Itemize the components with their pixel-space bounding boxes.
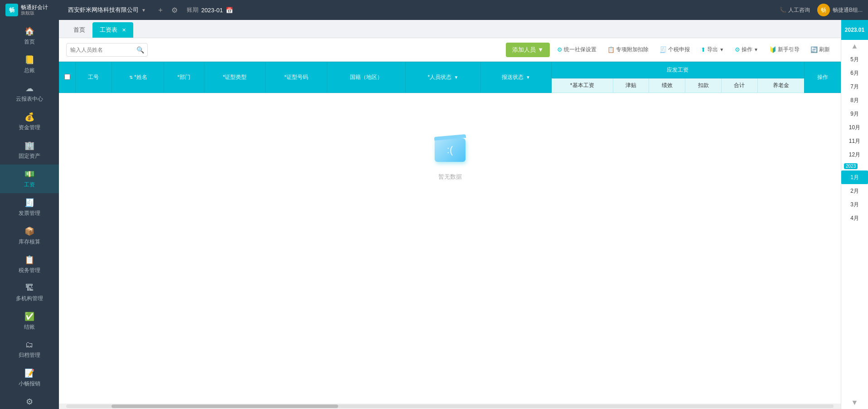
month-item-7[interactable]: 7月	[841, 80, 868, 93]
col-header-name: ⇅ *姓名	[112, 62, 164, 93]
calendar-icon[interactable]: 📅	[226, 7, 233, 14]
special-deduction-btn[interactable]: 📋 专项附加扣除	[604, 44, 652, 55]
sidebar-item-tax[interactable]: 📋 税务管理	[0, 250, 59, 279]
col-header-person-status: *人员状态 ▼	[406, 62, 480, 93]
home-icon: 🏠	[24, 26, 34, 36]
col-header-allowance: 津贴	[613, 78, 649, 93]
salary-icon: 💵	[24, 169, 34, 179]
sidebar-label-salary: 工资	[24, 181, 35, 189]
sidebar-item-home[interactable]: 🏠 首页	[0, 22, 59, 50]
sidebar-label-home: 首页	[24, 38, 35, 46]
scrollbar-thumb[interactable]	[112, 404, 338, 408]
operation-icon: ⚙	[735, 46, 740, 53]
sort-icon: ⇅	[129, 75, 133, 80]
col-header-report-status: 报送状态 ▼	[480, 62, 551, 93]
social-insurance-btn[interactable]: ⚙ 统一社保设置	[553, 44, 600, 55]
inventory-icon: 📦	[24, 226, 34, 236]
guide-toolbar-icon: 🔰	[769, 46, 776, 53]
deduction-icon: 📋	[607, 46, 615, 53]
month-nav-down-btn[interactable]: ▼	[841, 396, 868, 409]
month-item-12[interactable]: 12月	[841, 148, 868, 161]
sidebar-label-inventory: 库存核算	[19, 238, 40, 246]
month-item-1[interactable]: 1月	[841, 170, 868, 184]
sidebar-label-invoice: 发票管理	[19, 209, 40, 217]
sidebar-item-archive[interactable]: 🗂 归档管理	[0, 336, 59, 364]
sidebar-label-funds: 资金管理	[19, 124, 40, 131]
sidebar-item-inventory[interactable]: 📦 库存核算	[0, 222, 59, 250]
tax-icon: 📋	[24, 255, 34, 265]
sidebar-item-funds[interactable]: 💰 资金管理	[0, 107, 59, 136]
month-item-10[interactable]: 10月	[841, 121, 868, 134]
assets-icon: 🏢	[24, 141, 34, 151]
col-header-deduction: 扣款	[685, 78, 722, 93]
guide-btn[interactable]: 🔰 新手引导	[766, 44, 803, 55]
tax-report-btn[interactable]: 🧾 个税申报	[656, 44, 693, 55]
col-header-nationality: 国籍（地区）	[327, 62, 405, 93]
sidebar-label-org: 多机构管理	[16, 295, 43, 302]
person-status-filter-icon[interactable]: ▼	[454, 75, 459, 80]
funds-icon: 💰	[24, 112, 34, 122]
archive-icon: 🗂	[25, 340, 34, 350]
month-item-6[interactable]: 6月	[841, 66, 868, 80]
add-person-button[interactable]: 添加人员 ▼	[506, 43, 550, 57]
sidebar-item-ledger[interactable]: 📒 总账	[0, 50, 59, 79]
month-item-9[interactable]: 9月	[841, 107, 868, 121]
search-input[interactable]	[70, 47, 134, 53]
sidebar-item-closing[interactable]: ✅ 结账	[0, 307, 59, 336]
sidebar-item-fixed-assets[interactable]: 🏢 固定资产	[0, 136, 59, 165]
month-item-5[interactable]: 5月	[841, 53, 868, 66]
month-item-3[interactable]: 3月	[841, 198, 868, 211]
sidebar-item-settings[interactable]: ⚙ 基础设置	[0, 392, 59, 409]
tab-close-salary[interactable]: ✕	[122, 27, 126, 33]
tax-report-icon: 🧾	[659, 46, 667, 53]
month-item-8[interactable]: 8月	[841, 93, 868, 107]
tab-home[interactable]: 首页	[66, 22, 92, 38]
export-icon: ⬆	[701, 46, 706, 53]
month-panel: 2023.01 ▲ 5月 6月 7月 8月 9月 10月 11月	[841, 20, 868, 409]
report-status-filter-icon[interactable]: ▼	[526, 75, 530, 80]
service-icon: 📞	[780, 7, 786, 13]
closing-icon: ✅	[24, 312, 34, 321]
month-nav-up-btn[interactable]: ▲	[841, 40, 868, 53]
month-item-11[interactable]: 11月	[841, 134, 868, 148]
scrollbar-area[interactable]	[59, 404, 841, 409]
col-header-id-type: *证型类型	[204, 62, 266, 93]
sidebar-item-multi-org[interactable]: 🏗 多机构管理	[0, 279, 59, 307]
sidebar-label-assets: 固定资产	[19, 152, 40, 160]
col-header-pay-group: 应发工资	[551, 62, 804, 78]
sidebar-item-cloud-report[interactable]: ☁ 云报表中心	[0, 79, 59, 107]
col-header-number: 工号	[76, 62, 112, 93]
invoice-icon: 🧾	[24, 198, 34, 208]
select-all-checkbox[interactable]	[64, 74, 70, 80]
sidebar-item-salary[interactable]: 💵 工资	[0, 165, 59, 193]
add-dropdown-icon: ▼	[538, 46, 543, 53]
col-header-id-num: *证型号码	[266, 62, 327, 93]
empty-text: 暂无数据	[438, 173, 462, 181]
table-container[interactable]: 工号 ⇅ *姓名 *部门 *证型类型 *证型号码	[59, 62, 841, 404]
month-item-2[interactable]: 2月	[841, 184, 868, 198]
social-icon: ⚙	[557, 46, 563, 53]
user-area[interactable]: 畅 畅捷通B组...	[817, 4, 863, 16]
sidebar-label-tax: 税务管理	[19, 267, 40, 274]
export-btn[interactable]: ⬆ 导出 ▼	[697, 44, 727, 55]
sidebar-item-expense[interactable]: 📝 小畅报销	[0, 364, 59, 392]
toolbar: 🔍 添加人员 ▼ ⚙ 统一社保设置 📋 专项附加扣除 🧾 个税申报 ⬆ 导	[59, 38, 841, 62]
sidebar-item-invoice[interactable]: 🧾 发票管理	[0, 193, 59, 222]
refresh-btn[interactable]: 🔄 刷新	[807, 44, 834, 55]
expense-icon: 📝	[24, 368, 34, 378]
empty-icon: :(	[432, 129, 468, 166]
main-layout: 🏠 首页 📒 总账 ☁ 云报表中心 💰 资金管理 🏢 固定资产 💵 工资 🧾 发…	[0, 20, 868, 409]
user-avatar: 畅	[817, 4, 830, 16]
tab-salary[interactable]: 工资表 ✕	[92, 22, 133, 38]
month-item-4[interactable]: 4月	[841, 211, 868, 225]
content-area: 首页 工资表 ✕ 🔍 添加人员 ▼ ⚙ 统一社保设置 📋	[59, 20, 841, 409]
export-dropdown-icon: ▼	[719, 47, 724, 52]
search-icon: 🔍	[136, 46, 144, 54]
app-logo-icon: 畅	[5, 4, 18, 16]
settings-btn[interactable]: ⚙	[170, 4, 179, 16]
service-btn[interactable]: 📞 人工咨询	[780, 6, 810, 14]
add-company-btn[interactable]: ＋	[155, 4, 166, 17]
operation-btn[interactable]: ⚙ 操作 ▼	[731, 44, 762, 55]
col-header-base-salary: *基本工资	[551, 78, 613, 93]
company-selector[interactable]: 西安虾米网络科技有限公司 ▼	[64, 4, 150, 16]
